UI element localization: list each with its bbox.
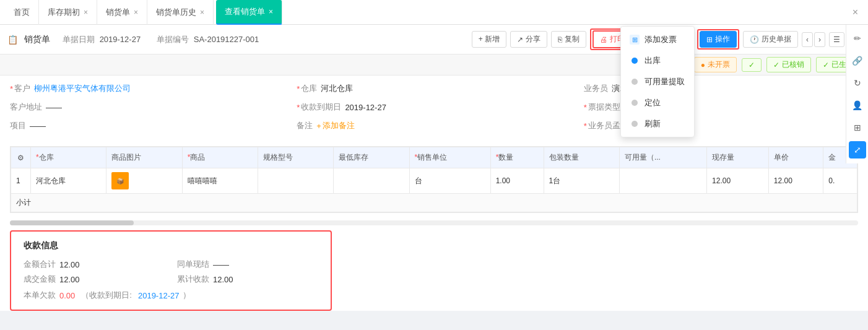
th-warehouse: *仓库 <box>31 147 106 168</box>
refresh-icon <box>630 119 640 129</box>
due-date-value: 2019-12-27 <box>138 291 180 300</box>
doc-icon: 📋 <box>7 35 18 45</box>
plus-icon: + <box>316 121 321 131</box>
td-product: 嘻嘻嘻嘻 <box>182 168 258 194</box>
scrollbar-thumb[interactable] <box>10 220 134 225</box>
warehouse-value: 河北仓库 <box>321 83 353 94</box>
sidebar-link-icon[interactable]: 🔗 <box>849 52 866 69</box>
warehouse-field: * 仓库 河北仓库 <box>297 83 571 94</box>
tab-inventory-init[interactable]: 库存期初 × <box>39 0 97 25</box>
window-close-button[interactable]: × <box>848 7 863 18</box>
copy-button[interactable]: ⎘ 复制 <box>551 31 586 48</box>
td-product-img: 📦 <box>106 168 182 194</box>
effective-check-icon: ✓ <box>823 61 829 69</box>
copy-icon: ⎘ <box>558 35 562 44</box>
outstanding-row: 本单欠款 0.00 （收款到期日: 2019-12-27 ） <box>24 290 318 301</box>
product-image: 📦 <box>111 172 129 189</box>
sidebar-edit-icon[interactable]: ✏ <box>849 30 866 47</box>
td-unit-price: 12.00 <box>768 168 823 194</box>
th-product: *商品 <box>182 147 258 168</box>
tab-sales-order[interactable]: 销货单 × <box>97 0 147 25</box>
table-header-row: ⚙ *仓库 商品图片 *商品 规格型号 最低库存 *销售单位 *数量 包装数量 … <box>11 147 857 168</box>
td-spec <box>258 168 333 194</box>
refresh-item[interactable]: 刷新 <box>621 113 694 134</box>
remark-field: 备注 + 添加备注 <box>297 120 571 131</box>
share-icon: ↗ <box>517 35 523 44</box>
operations-highlight-box: ⊞ 操作 <box>697 29 739 50</box>
payment-title: 收款信息 <box>24 240 318 251</box>
confirmed-badge: ✓ 已核销 <box>766 57 811 72</box>
sidebar-grid-icon[interactable]: ⊞ <box>849 119 866 136</box>
td-subtotal: 小计 <box>11 194 857 212</box>
add-invoice-icon: ⊞ <box>630 35 640 45</box>
payment-date-value: 2019-12-27 <box>345 103 386 112</box>
add-remark-button[interactable]: + 添加备注 <box>316 120 355 131</box>
sidebar-rotate-icon[interactable]: ↻ <box>849 74 866 92</box>
td-pack-qty: 1台 <box>544 168 619 194</box>
td-stock: 12.00 <box>707 168 769 194</box>
form-row-3: 项目 —— 备注 + 添加备注 * 业务员孟 —— <box>10 120 858 131</box>
not-opened-button[interactable]: ● 未开票 <box>694 57 737 72</box>
td-warehouse: 河北仓库 <box>31 168 106 194</box>
sub-toolbar: 📱 来自手机 ● 未开票 ✓ ✓ 已核销 ✓ 已生效 <box>0 54 868 76</box>
sidebar-expand-icon[interactable]: ⤢ <box>849 141 866 158</box>
new-button[interactable]: + 新增 <box>472 31 506 48</box>
table-row: 1 河北仓库 📦 嘻嘻嘻嘻 台 1.00 1台 12.00 12.00 0. <box>11 168 857 194</box>
td-available <box>619 168 706 194</box>
tab-bar: 首页 库存期初 × 销货单 × 销货单历史 × 查看销货单 × × <box>0 0 868 25</box>
table-container: ⚙ *仓库 商品图片 *商品 规格型号 最低库存 *销售单位 *数量 包装数量 … <box>10 146 858 213</box>
th-quantity: *数量 <box>490 147 544 168</box>
print-icon: 🖨 <box>600 35 607 44</box>
th-gear: ⚙ <box>11 147 31 168</box>
td-min-stock <box>334 168 409 194</box>
close-tab-inventory[interactable]: × <box>84 8 88 17</box>
project-field: 项目 —— <box>10 120 284 131</box>
tab-view-sales[interactable]: 查看销货单 × <box>216 0 282 25</box>
address-value: —— <box>46 103 62 112</box>
close-tab-sales[interactable]: × <box>134 8 138 17</box>
tab-home[interactable]: 首页 <box>5 0 39 25</box>
locate-item[interactable]: 定位 <box>621 92 694 113</box>
operations-dropdown: ⊞ 添加发票 出库 可用量提取 定位 刷新 <box>620 26 695 137</box>
close-tab-history[interactable]: × <box>200 8 204 17</box>
outbound-icon <box>630 56 640 66</box>
operations-icon: ⊞ <box>706 35 713 44</box>
meta-date: 单据日期 2019-12-27 <box>63 34 141 45</box>
customer-value[interactable]: 柳州粤港平安气体有限公司 <box>34 83 131 94</box>
form-row-1: * 客户 柳州粤港平安气体有限公司 * 仓库 河北仓库 业务员 演示账号 <box>10 83 858 94</box>
list-view-button[interactable]: ☰ <box>829 32 844 47</box>
toolbar: 📋 销货单 单据日期 2019-12-27 单据编号 SA-20191227-0… <box>0 25 868 54</box>
add-invoice-item[interactable]: ⊞ 添加发票 <box>621 29 694 50</box>
subtotal-row: 小计 <box>11 194 857 212</box>
deal-amount-value: 12.00 <box>59 275 80 284</box>
next-button[interactable]: › <box>814 32 825 47</box>
check-icon: ✓ <box>749 61 755 69</box>
form-row-2: 客户地址 —— * 收款到期日 2019-12-27 * 票据类型 不开票 <box>10 102 858 113</box>
share-button[interactable]: ↗ 分享 <box>510 31 547 48</box>
close-tab-view-sales[interactable]: × <box>269 7 273 16</box>
prev-button[interactable]: ‹ <box>802 32 813 47</box>
available-qty-item[interactable]: 可用量提取 <box>621 71 694 92</box>
same-order-value: —— <box>213 260 229 269</box>
outstanding-value: 0.00 <box>59 291 75 300</box>
tab-sales-history[interactable]: 销货单历史 × <box>147 0 214 25</box>
operations-button[interactable]: ⊞ 操作 <box>700 31 737 48</box>
sidebar-user-icon[interactable]: 👤 <box>849 97 866 114</box>
outbound-item[interactable]: 出库 <box>621 50 694 71</box>
payment-date-field: * 收款到期日 2019-12-27 <box>297 102 571 113</box>
deal-amount-row: 成交金额 12.00 <box>24 274 165 285</box>
th-stock: 现存量 <box>707 147 769 168</box>
th-spec: 规格型号 <box>258 147 333 168</box>
td-amount: 0. <box>823 168 857 194</box>
history-icon: 🕐 <box>750 35 759 44</box>
td-unit: 台 <box>409 168 490 194</box>
same-order-row: 同单现结 —— <box>177 259 318 270</box>
right-sidebar: ✏ 🔗 ↻ 👤 ⊞ ⤢ <box>846 25 868 163</box>
check-icon-button[interactable]: ✓ <box>742 58 762 72</box>
doc-title: 销货单 <box>24 34 50 45</box>
horizontal-scrollbar[interactable] <box>10 220 858 225</box>
th-pack-qty: 包装数量 <box>544 147 619 168</box>
history-button[interactable]: 🕐 历史单据 <box>743 31 798 48</box>
total-value: 12.00 <box>59 260 80 269</box>
form-section: * 客户 柳州粤港平安气体有限公司 * 仓库 河北仓库 业务员 演示账号 客户地… <box>0 76 868 146</box>
